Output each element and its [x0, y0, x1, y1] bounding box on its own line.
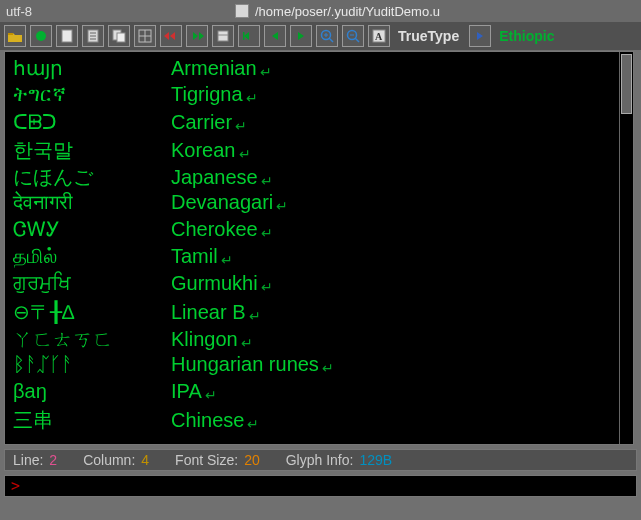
language-name: Gurmukhi	[171, 272, 258, 295]
record-button[interactable]	[30, 25, 52, 47]
native-text: ᏣᎳᎩ	[13, 218, 171, 241]
newline-icon	[235, 118, 247, 134]
redo-button[interactable]	[186, 25, 208, 47]
open-file-button[interactable]	[4, 25, 26, 47]
language-name: Armenian	[171, 57, 257, 80]
language-name: Cherokee	[171, 218, 258, 241]
editor-line[interactable]: 三串Chinese	[13, 407, 625, 434]
title-path-area: /home/poser/.yudit/YuditDemo.u	[40, 4, 635, 19]
first-button[interactable]	[238, 25, 260, 47]
script-label: Ethiopic	[499, 28, 554, 44]
native-text: ਗੁਰਮੁਖਿ	[13, 272, 171, 295]
zoom-out-button[interactable]	[342, 25, 364, 47]
native-text: देवनागरी	[13, 191, 171, 214]
editor-line[interactable]: ਗੁਰਮੁਖਿGurmukhi	[13, 272, 625, 299]
new-file-button[interactable]	[56, 25, 78, 47]
undo-button[interactable]	[160, 25, 182, 47]
editor-line[interactable]: தமில்Tamil	[13, 245, 625, 272]
svg-rect-1	[62, 30, 72, 42]
svg-rect-7	[117, 33, 125, 42]
language-name: IPA	[171, 380, 202, 403]
fontsize-value: 20	[244, 452, 260, 468]
newline-icon	[205, 387, 217, 403]
editor-line[interactable]: հայրArmenian	[13, 56, 625, 83]
language-name: Tigrigna	[171, 83, 243, 106]
language-name: Chinese	[171, 409, 244, 432]
editor-line[interactable]: βaŋIPA	[13, 380, 625, 407]
newline-icon	[241, 335, 253, 351]
svg-rect-11	[218, 31, 228, 41]
newline-icon	[239, 146, 251, 162]
native-text: 三串	[13, 407, 171, 434]
language-name: Devanagari	[171, 191, 273, 214]
toolbar: A TrueType Ethiopic	[0, 22, 641, 50]
editor-line[interactable]: ⊖〒╂∆Linear B	[13, 299, 625, 326]
editor-line[interactable]: にほんごJapanese	[13, 164, 625, 191]
settings-button[interactable]	[212, 25, 234, 47]
native-text: ᛒᚨᛢᚴᚨ	[13, 353, 171, 376]
svg-rect-13	[243, 32, 245, 40]
native-text: βaŋ	[13, 380, 171, 403]
newline-icon	[261, 279, 273, 295]
newline-icon	[221, 252, 233, 268]
script-select-button[interactable]	[469, 25, 491, 47]
language-name: Hungarian runes	[171, 353, 319, 376]
scrollbar-thumb[interactable]	[621, 54, 632, 114]
svg-line-19	[355, 38, 359, 42]
page-button[interactable]	[82, 25, 104, 47]
font-select-button[interactable]: A	[368, 25, 390, 47]
newline-icon	[261, 225, 273, 241]
fontsize-label: Font Size:	[175, 452, 238, 468]
file-path: /home/poser/.yudit/YuditDemo.u	[255, 4, 440, 19]
newline-icon	[249, 308, 261, 324]
encoding-label: utf-8	[6, 4, 32, 19]
column-value: 4	[141, 452, 149, 468]
editor-area[interactable]: հայրArmenianትግርኛTigrignaᑕᗸᑐCarrier한국말Kor…	[4, 51, 634, 445]
language-name: Japanese	[171, 166, 258, 189]
editor-line[interactable]: ᑕᗸᑐCarrier	[13, 110, 625, 137]
editor-line[interactable]: ᛒᚨᛢᚴᚨHungarian runes	[13, 353, 625, 380]
native-text: ትግርኛ	[13, 83, 171, 106]
vertical-scrollbar[interactable]	[619, 52, 633, 444]
command-prompt: >	[11, 477, 20, 495]
font-label: TrueType	[398, 28, 459, 44]
language-name: Korean	[171, 139, 236, 162]
column-label: Column:	[83, 452, 135, 468]
document-icon	[235, 4, 249, 18]
glyph-value: 129B	[359, 452, 392, 468]
native-text: 한국말	[13, 137, 171, 164]
svg-line-15	[329, 38, 333, 42]
editor-line[interactable]: 한국말Korean	[13, 137, 625, 164]
glyph-label: Glyph Info:	[286, 452, 354, 468]
command-input[interactable]: >	[4, 475, 637, 497]
svg-text:A: A	[375, 31, 383, 42]
newline-icon	[322, 360, 334, 376]
native-text: ㄚㄈㄊㄎㄈ	[13, 326, 171, 353]
newline-icon	[261, 173, 273, 189]
native-text: հայր	[13, 56, 171, 80]
editor-line[interactable]: देवनागरीDevanagari	[13, 191, 625, 218]
copy-button[interactable]	[108, 25, 130, 47]
editor-line[interactable]: ᏣᎳᎩCherokee	[13, 218, 625, 245]
line-value: 2	[49, 452, 57, 468]
newline-icon	[246, 90, 258, 106]
zoom-in-button[interactable]	[316, 25, 338, 47]
native-text: ᑕᗸᑐ	[13, 110, 171, 134]
line-label: Line:	[13, 452, 43, 468]
language-name: Klingon	[171, 328, 238, 351]
statusbar: Line: 2 Column: 4 Font Size: 20 Glyph In…	[4, 449, 637, 471]
editor-line[interactable]: ትግርኛTigrigna	[13, 83, 625, 110]
prev-button[interactable]	[264, 25, 286, 47]
native-text: தமில்	[13, 245, 171, 268]
language-name: Carrier	[171, 111, 232, 134]
titlebar: utf-8 /home/poser/.yudit/YuditDemo.u	[0, 0, 641, 22]
language-name: Tamil	[171, 245, 218, 268]
grid-button[interactable]	[134, 25, 156, 47]
language-name: Linear B	[171, 301, 246, 324]
editor-line[interactable]: ㄚㄈㄊㄎㄈKlingon	[13, 326, 625, 353]
newline-icon	[260, 64, 272, 80]
newline-icon	[247, 416, 259, 432]
next-button[interactable]	[290, 25, 312, 47]
svg-point-0	[36, 31, 46, 41]
native-text: にほんご	[13, 164, 171, 191]
